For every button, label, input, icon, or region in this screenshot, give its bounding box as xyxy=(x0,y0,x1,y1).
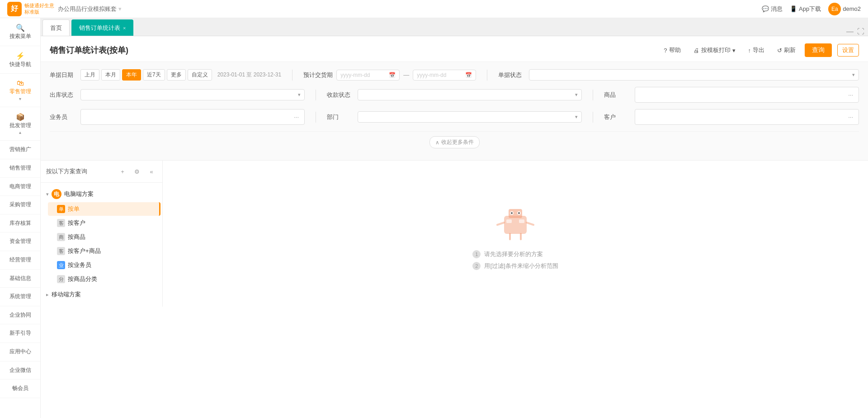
sidebar-item-appcenter[interactable]: 应用中心 xyxy=(0,343,40,361)
app-download-button[interactable]: 📱 App下载 xyxy=(790,5,821,13)
customer-input[interactable]: ··· xyxy=(635,109,859,125)
forecast-label: 预计交货期 xyxy=(303,71,333,79)
by-goods-label: 按商品 xyxy=(68,233,85,241)
receipt-status-select[interactable]: ▾ xyxy=(358,89,582,100)
salesperson-input[interactable]: ··· xyxy=(80,109,305,125)
left-panel-header: 按以下方案查询 + ⚙ « xyxy=(41,161,162,183)
sidebar-item-wholesale[interactable]: 📦 批发管理 ▴ xyxy=(0,107,40,141)
last-month-btn[interactable]: 上月 xyxy=(80,69,99,81)
topbar-left: 好 畅捷通好生意 标准版 办公用品行业模拟账套 ▾ xyxy=(7,2,122,16)
group-arrow-icon: ▾ xyxy=(46,191,49,197)
scheme-tree: ▾ 电 电脑端方案 单 按单 xyxy=(41,183,162,307)
sidebar-item-wechat[interactable]: 企业微信 xyxy=(0,361,40,380)
more-btn[interactable]: 更多 xyxy=(167,69,186,81)
collapse-panel-button[interactable]: « xyxy=(146,166,157,177)
split-layout: 按以下方案查询 + ⚙ « xyxy=(41,161,868,307)
custom-btn[interactable]: 自定义 xyxy=(188,69,212,81)
print-icon: 🖨 xyxy=(693,47,699,54)
sidebar-item-retail[interactable]: 🛍 零售管理 ▾ xyxy=(0,74,40,107)
sidebar-item-quicknav[interactable]: ⚡ 快捷导航 xyxy=(0,46,40,74)
tree-item-by-salesperson[interactable]: 业 按业务员 xyxy=(48,258,160,272)
salesperson-dots[interactable]: ··· xyxy=(292,112,301,122)
tree-item-by-order[interactable]: 单 按单 xyxy=(48,202,160,216)
add-scheme-button[interactable]: + xyxy=(117,166,128,177)
pc-tree-children: 单 按单 客 按客户 商 xyxy=(41,202,162,286)
forecast-end-input[interactable]: yyyy-mm-dd 📅 xyxy=(413,70,476,81)
export-button[interactable]: ↑ 导出 xyxy=(745,44,769,56)
filter-row-1: 单据日期 上月 本月 本年 近7天 更多 自定义 2023-01-01 至 20… xyxy=(50,69,859,81)
sidebar-item-search[interactable]: 🔍 搜索菜单 xyxy=(0,18,40,46)
sidebar-item-marketing[interactable]: 营销推广 xyxy=(0,141,40,159)
sidebar-item-label: 畅会员 xyxy=(12,385,28,392)
forecast-date-col: 预计交货期 yyyy-mm-dd 📅 — yyyy-mm-dd 📅 xyxy=(303,70,476,81)
out-status-select[interactable]: ▾ xyxy=(80,89,305,100)
sidebar-item-label: 基础信息 xyxy=(9,275,31,282)
export-icon: ↑ xyxy=(748,47,751,54)
tab-home-label: 首页 xyxy=(50,24,62,32)
sidebar-item-system[interactable]: 系统管理 xyxy=(0,288,40,306)
tab-sales-order[interactable]: 销售订单统计表 × xyxy=(71,19,133,36)
tree-item-by-customer-goods[interactable]: 客 按客户+商品 xyxy=(48,244,160,258)
goods-dots[interactable]: ··· xyxy=(846,90,855,100)
sidebar-item-label: 批发管理 xyxy=(9,122,31,129)
divider-1 xyxy=(292,70,292,81)
help-button[interactable]: ? 帮助 xyxy=(660,44,684,56)
sidebar-item-label: 企业协同 xyxy=(9,312,31,319)
print-button[interactable]: 🖨 按模板打印 ▾ xyxy=(690,44,739,56)
filter-area: 单据日期 上月 本月 本年 近7天 更多 自定义 2023-01-01 至 20… xyxy=(41,62,868,161)
last-7days-btn[interactable]: 近7天 xyxy=(143,69,165,81)
collapse-button[interactable]: ∧ 收起更多条件 xyxy=(429,136,480,148)
page-content: 销售订单统计表(按单) ? 帮助 🖨 按模板打印 ▾ ↑ 导出 xyxy=(41,36,868,418)
sidebar-item-ecommerce[interactable]: 电商管理 xyxy=(0,178,40,196)
sidebar-item-sales[interactable]: 销售管理 xyxy=(0,159,40,178)
sidebar-item-enterprise[interactable]: 企业协同 xyxy=(0,306,40,325)
divider-6 xyxy=(593,112,593,123)
sidebar-item-operations[interactable]: 经营管理 xyxy=(0,251,40,270)
mobile-group-header[interactable]: ▸ 移动端方案 xyxy=(41,288,162,301)
page-title: 销售订单统计表(按单) xyxy=(50,45,128,56)
sidebar-item-label: 搜索菜单 xyxy=(9,33,31,40)
tree-item-by-goods-category[interactable]: 分 按商品分类 xyxy=(48,272,160,286)
content-area: 首页 销售订单统计表 × — ⛶ 销售订单统计表(按单) ? 帮助 xyxy=(41,18,868,418)
user-menu[interactable]: Ea demo2 xyxy=(828,3,861,15)
filter-row-2: 出库状态 ▾ 收款状态 ▾ xyxy=(50,87,859,103)
sidebar-item-newguide[interactable]: 新手引导 xyxy=(0,324,40,343)
tab-home[interactable]: 首页 xyxy=(42,19,70,36)
customer-dots[interactable]: ··· xyxy=(846,112,855,122)
pc-group-header[interactable]: ▾ 电 电脑端方案 xyxy=(41,186,162,202)
out-status-col: 出库状态 ▾ xyxy=(50,89,305,100)
chevron-up-icon: ▴ xyxy=(19,130,21,135)
this-year-btn[interactable]: 本年 xyxy=(122,69,141,81)
sidebar-item-finance[interactable]: 资金管理 xyxy=(0,233,40,251)
tree-item-by-goods[interactable]: 商 按商品 xyxy=(48,230,160,244)
tab-minimize-icon[interactable]: — xyxy=(846,28,854,36)
mobile-group-arrow-icon: ▸ xyxy=(46,292,49,298)
tab-close-icon[interactable]: × xyxy=(123,25,126,31)
sidebar-item-vip[interactable]: 畅会员 xyxy=(0,380,40,398)
tab-maximize-icon[interactable]: ⛶ xyxy=(857,28,864,36)
query-button[interactable]: 查询 xyxy=(805,43,832,57)
settings-button[interactable]: 设置 xyxy=(837,44,859,57)
svg-line-11 xyxy=(527,223,533,225)
receipt-status-label: 收款状态 xyxy=(327,91,354,99)
empty-state: 1 请先选择要分析的方案 2 用[过滤]条件来缩小分析范围 xyxy=(454,180,576,288)
logo-icon: 好 xyxy=(7,2,22,16)
download-icon: 📱 xyxy=(790,5,797,12)
sidebar-item-basic[interactable]: 基础信息 xyxy=(0,270,40,288)
left-panel: 按以下方案查询 + ⚙ « xyxy=(41,161,163,307)
this-month-btn[interactable]: 本月 xyxy=(101,69,120,81)
department-select[interactable]: ▾ xyxy=(358,111,582,123)
sidebar-item-purchase[interactable]: 采购管理 xyxy=(0,196,40,214)
by-order-label: 按单 xyxy=(68,205,80,213)
settings-scheme-button[interactable]: ⚙ xyxy=(132,166,142,177)
forecast-start-input[interactable]: yyyy-mm-dd 📅 xyxy=(336,70,400,81)
empty-tips: 1 请先选择要分析的方案 2 用[过滤]条件来缩小分析范围 xyxy=(472,250,558,270)
message-button[interactable]: 💬 消息 xyxy=(762,5,783,13)
goods-input[interactable]: ··· xyxy=(635,87,859,103)
refresh-button[interactable]: ↺ 刷新 xyxy=(774,44,799,56)
tree-item-by-customer[interactable]: 客 按客户 xyxy=(48,216,160,230)
status-select[interactable]: ▾ xyxy=(529,69,859,81)
sidebar-item-inventory[interactable]: 库存核算 xyxy=(0,214,40,233)
forecast-start-placeholder: yyyy-mm-dd xyxy=(340,72,370,78)
goods-label: 商品 xyxy=(604,91,631,99)
